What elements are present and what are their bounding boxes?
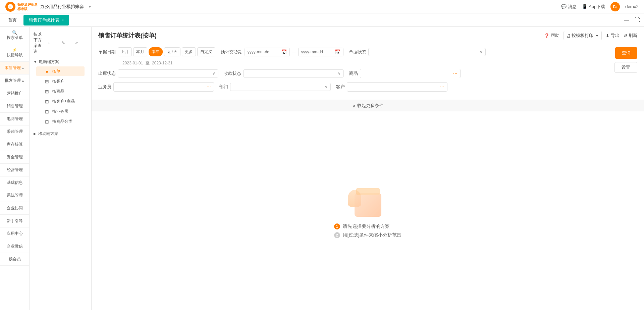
btn-this-year[interactable]: 本年 (149, 47, 163, 56)
empty-state: 1 请先选择要分析的方案 2 用[过滤]条件来缩小分析范围 (92, 111, 644, 310)
payment-status-arrow: ∨ (338, 71, 341, 76)
btn-more[interactable]: 更多 (182, 47, 196, 56)
pc-scheme-group: ▼ 电脑端方案 ● 按单 ⊞ 按客户 ⊞ 按商品 ⊞ 按客 (30, 56, 91, 128)
sidebar-label-enterprise-wechat: 企业微信 (3, 244, 26, 249)
empty-hints: 1 请先选择要分析的方案 2 用[过滤]条件来缩小分析范围 (334, 223, 402, 238)
refresh-icon: ↺ (624, 33, 627, 38)
pc-group-arrow-icon: ▼ (34, 60, 37, 64)
scheme-item-by-customer-product[interactable]: ⊞ 按客户+商品 (36, 97, 85, 106)
tab-current[interactable]: 销售订单统计表 × (23, 15, 69, 25)
collapse-bar[interactable]: ∧ 收起更多条件 (92, 100, 644, 111)
sidebar-item-search-menu[interactable]: 🔍 搜索菜单 (0, 27, 29, 44)
app-download-action[interactable]: 📱 App下载 (582, 4, 605, 10)
date-range-start: 2023-01-01 (122, 61, 143, 65)
scheme-item-by-salesperson[interactable]: ⊟ 按业务员 (36, 107, 85, 116)
salesperson-ellipsis[interactable]: ··· (207, 84, 211, 90)
hint-text-1: 请先选择要分析的方案 (343, 223, 390, 229)
tab-home[interactable]: 首页 (3, 15, 22, 25)
message-action[interactable]: 💬 消息 (561, 4, 577, 10)
retail-arrow-icon: ▲ (21, 66, 25, 70)
export-action[interactable]: ⬇ 导出 (606, 33, 620, 39)
scheme-item-by-order[interactable]: ● 按单 (36, 66, 85, 76)
add-scheme-icon[interactable]: + (48, 40, 60, 46)
query-button[interactable]: 查询 (615, 47, 637, 59)
app-title-dropdown[interactable]: ▼ (88, 4, 92, 9)
sidebar-item-finance[interactable]: 资金管理 (0, 151, 29, 164)
logo-area[interactable]: 畅捷通好生意 标准版 (5, 2, 38, 12)
filter-item-product: 商品 ··· (349, 69, 461, 78)
delivery-end-input-wrap[interactable]: 📅 (298, 48, 343, 56)
sidebar-label-operations: 经营管理 (3, 167, 26, 173)
sidebar-item-sales[interactable]: 销售管理 (0, 100, 29, 113)
filter-item-payment: 收款状态 ∨ (224, 69, 344, 78)
sidebar-item-members[interactable]: 畅会员 (0, 253, 29, 266)
tab-current-label: 销售订单统计表 (29, 17, 59, 23)
date-btn-group: 上月 本月 本年 近7天 更多 自定义 (118, 47, 215, 56)
edit-scheme-icon[interactable]: ✎ (61, 40, 73, 46)
right-content: 销售订单统计表(按单) ❓ 帮助 🖨 按模板打印 ▼ ⬇ (92, 27, 644, 310)
sidebar-item-system[interactable]: 系统管理 (0, 189, 29, 202)
payment-status-select[interactable]: ∨ (243, 69, 344, 78)
sidebar-item-marketing[interactable]: 营销推广 (0, 87, 29, 100)
help-label: 帮助 (551, 33, 559, 39)
scheme-icon-by-category: ⊟ (44, 119, 50, 124)
salesperson-select[interactable]: ··· (113, 82, 214, 92)
ship-status-select[interactable]: ∨ (118, 69, 218, 78)
salesperson-filter-label: 业务员 (98, 84, 111, 90)
delivery-start-input[interactable] (248, 50, 281, 54)
collapse-panel-icon[interactable]: « (75, 40, 88, 46)
user-name[interactable]: demo2 (625, 4, 639, 9)
btn-custom[interactable]: 自定义 (197, 47, 215, 56)
btn-last-month[interactable]: 上月 (118, 47, 132, 56)
page-header: 销售订单统计表(按单) ❓ 帮助 🖨 按模板打印 ▼ ⬇ (92, 27, 644, 43)
cal-end-icon[interactable]: 📅 (335, 49, 340, 55)
refresh-label: 刷新 (629, 33, 637, 39)
sidebar-item-basics[interactable]: 基础信息 (0, 176, 29, 189)
tab-minimize-icon[interactable]: — (623, 16, 631, 24)
sidebar-item-enterprise-wechat[interactable]: 企业微信 (0, 240, 29, 253)
customer-select[interactable]: ··· (347, 82, 447, 92)
settings-button[interactable]: 设置 (614, 62, 637, 73)
sidebar-item-app-center[interactable]: 应用中心 (0, 227, 29, 240)
sidebar-item-inventory[interactable]: 库存核算 (0, 138, 29, 151)
sidebar-item-retail[interactable]: 零售管理 ▲ (0, 62, 29, 74)
customer-ellipsis[interactable]: ··· (440, 84, 444, 90)
scheme-item-by-category[interactable]: ⊟ 按商品分类 (36, 117, 85, 126)
btn-last-7-days[interactable]: 近7天 (164, 47, 180, 56)
delivery-separator: — (292, 49, 296, 54)
date-filter-label: 单据日期 (98, 49, 116, 55)
sidebar-item-newbie[interactable]: 新手引导 (0, 215, 29, 227)
sidebar: 🔍 搜索菜单 ⚡ 快捷导航 零售管理 ▲ 批发管理 ▲ 营销推广 销售管理 电商… (0, 27, 30, 310)
status-select[interactable]: ∨ (368, 48, 486, 56)
delivery-end-input[interactable] (301, 50, 335, 54)
department-select[interactable]: ∨ (230, 83, 331, 91)
product-ellipsis[interactable]: ··· (453, 70, 458, 76)
sidebar-item-quick-nav[interactable]: ⚡ 快捷导航 (0, 44, 29, 62)
sidebar-item-wholesale[interactable]: 批发管理 ▲ (0, 74, 29, 87)
help-action[interactable]: ❓ 帮助 (544, 33, 559, 39)
refresh-action[interactable]: ↺ 刷新 (624, 33, 637, 39)
delivery-start-input-wrap[interactable]: 📅 (245, 48, 290, 56)
main-layout: 🔍 搜索菜单 ⚡ 快捷导航 零售管理 ▲ 批发管理 ▲ 营销推广 销售管理 电商… (0, 27, 644, 310)
pc-scheme-header[interactable]: ▼ 电脑端方案 (34, 58, 87, 66)
cal-start-icon[interactable]: 📅 (281, 49, 287, 55)
scheme-item-by-product[interactable]: ⊞ 按商品 (36, 87, 85, 96)
sidebar-label-marketing: 营销推广 (3, 91, 26, 96)
product-select[interactable]: ··· (360, 69, 461, 78)
btn-this-month[interactable]: 本月 (133, 47, 147, 56)
tab-home-label: 首页 (8, 17, 17, 23)
payment-status-label: 收款状态 (224, 70, 241, 76)
user-avatar[interactable]: Ea (610, 2, 620, 11)
sidebar-item-operations[interactable]: 经营管理 (0, 164, 29, 176)
sidebar-item-ecommerce[interactable]: 电商管理 (0, 113, 29, 125)
print-action[interactable]: 🖨 按模板打印 ▼ (564, 31, 602, 40)
tab-maximize-icon[interactable]: ⛶ (633, 16, 641, 24)
left-panel-header: 按以下方案查询 + ✎ « (30, 30, 91, 56)
sidebar-item-enterprise[interactable]: 企业协同 (0, 202, 29, 215)
filter-and-action: 单据日期 上月 本月 本年 近7天 更多 自定义 预计交货期 (92, 43, 644, 100)
mobile-scheme-header[interactable]: ▶ 移动端方案 (34, 130, 87, 138)
date-range-end: 2023-12-31 (152, 61, 172, 65)
scheme-item-by-customer[interactable]: ⊞ 按客户 (36, 76, 85, 86)
tab-close-icon[interactable]: × (61, 18, 64, 22)
sidebar-item-purchase[interactable]: 采购管理 (0, 125, 29, 138)
